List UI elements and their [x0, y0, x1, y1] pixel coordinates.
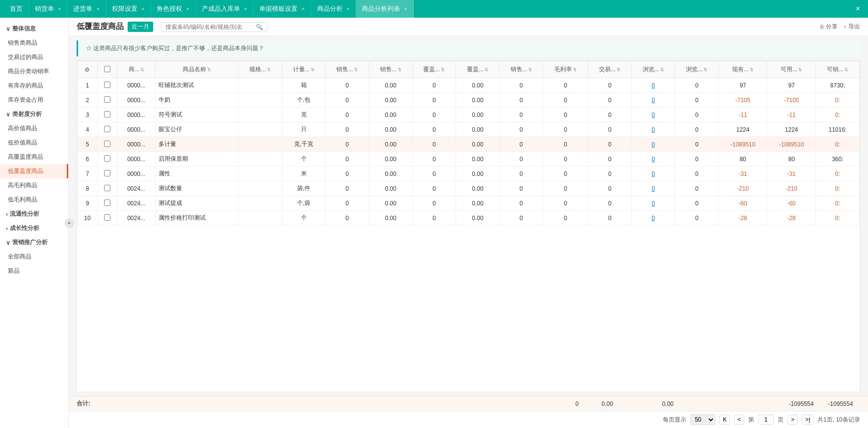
row-checkbox[interactable] — [97, 196, 117, 211]
nav-tab-permissions[interactable]: 权限设置 × — [106, 0, 151, 18]
col-trade[interactable]: 交易...⇅ — [588, 61, 632, 78]
close-icon[interactable]: × — [301, 6, 304, 12]
row-checkbox[interactable] — [97, 211, 117, 226]
nav-tab-roles[interactable]: 角色授权 × — [151, 0, 195, 18]
row-browse1[interactable]: 0 — [631, 122, 675, 137]
nav-tab-sales[interactable]: 销货单 × — [29, 0, 67, 18]
page-number-input[interactable] — [758, 415, 774, 425]
row-browse1[interactable]: 0 — [631, 211, 675, 226]
col-browse1[interactable]: 浏览...⇅ — [631, 61, 675, 78]
close-icon[interactable]: × — [404, 6, 407, 12]
row-checkbox[interactable] — [97, 137, 117, 152]
window-close-button[interactable]: × — [852, 4, 864, 13]
col-unit[interactable]: 计量...⇅ — [282, 61, 326, 78]
row-checkbox[interactable] — [97, 122, 117, 137]
row-browse1[interactable]: 0 — [631, 78, 675, 93]
row-select-checkbox[interactable] — [104, 155, 110, 162]
row-browse1[interactable]: 0 — [631, 108, 675, 122]
sidebar-item-inventory-capital[interactable]: 库存资金占用 — [0, 93, 68, 107]
col-browse2[interactable]: 浏览...⇅ — [675, 61, 719, 78]
close-icon[interactable]: × — [347, 6, 350, 12]
search-input[interactable] — [165, 24, 254, 30]
nav-tab-purchase[interactable]: 进货单 × — [67, 0, 106, 18]
sidebar-item-new-goods[interactable]: 新品 — [0, 264, 68, 278]
col-spec[interactable]: 规格...⇅ — [239, 61, 282, 78]
row-select-checkbox[interactable] — [104, 96, 110, 103]
row-checkbox[interactable] — [97, 108, 117, 122]
date-filter-button[interactable]: 近一月 — [128, 22, 153, 32]
search-icon[interactable]: 🔍 — [256, 24, 263, 30]
close-icon[interactable]: × — [186, 6, 189, 12]
row-select-checkbox[interactable] — [104, 214, 110, 221]
row-checkbox[interactable] — [97, 181, 117, 196]
row-browse1[interactable]: 0 — [631, 167, 675, 181]
col-cover2[interactable]: 覆盖...⇅ — [456, 61, 500, 78]
next-page-button[interactable]: > — [787, 415, 798, 425]
close-icon[interactable]: × — [96, 6, 99, 12]
col-stock1[interactable]: 现有...⇅ — [719, 61, 767, 78]
row-browse1[interactable]: 0 — [631, 93, 675, 108]
col-gross[interactable]: 毛利率⇅ — [543, 61, 588, 78]
sidebar-item-low-margin[interactable]: 低毛利商品 — [0, 193, 68, 207]
row-select-checkbox[interactable] — [104, 126, 110, 132]
row-select-checkbox[interactable] — [104, 82, 110, 88]
sidebar-item-high-value[interactable]: 高价值商品 — [0, 121, 68, 136]
sidebar-section-growth[interactable]: › 成长性分析 — [0, 221, 68, 235]
col-name[interactable]: 商品名称⇅ — [155, 61, 238, 78]
export-button[interactable]: ↑ 导出 — [843, 23, 860, 31]
col-can-sell[interactable]: 可销...⇅ — [816, 61, 860, 78]
row-select-checkbox[interactable] — [104, 111, 110, 117]
close-icon[interactable]: × — [58, 6, 61, 12]
sidebar-item-all-goods[interactable]: 全部商品 — [0, 250, 68, 264]
sidebar-item-high-coverage[interactable]: 高覆盖度商品 — [0, 150, 68, 164]
sidebar-item-category-rate[interactable]: 商品分类动销率 — [0, 64, 68, 79]
nav-tab-template[interactable]: 单据模板设置 × — [253, 0, 311, 18]
row-checkbox[interactable] — [97, 78, 117, 93]
sidebar-item-high-margin[interactable]: 高毛利商品 — [0, 178, 68, 193]
col-sales-count[interactable]: 销售...⇅ — [326, 61, 369, 78]
row-select-checkbox[interactable] — [104, 200, 110, 206]
sidebar-item-low-coverage[interactable]: 低覆盖度商品 — [0, 164, 68, 178]
sidebar-item-sales-goods[interactable]: 销售类商品 — [0, 36, 68, 50]
first-page-button[interactable]: K — [719, 415, 730, 425]
prev-page-button[interactable]: < — [734, 415, 744, 425]
row-checkbox[interactable] — [97, 167, 117, 181]
row-select-checkbox[interactable] — [104, 185, 110, 191]
row-select-checkbox[interactable] — [104, 170, 110, 176]
col-stock2[interactable]: 可用...⇅ — [767, 61, 816, 78]
row-browse1[interactable]: 0 — [631, 152, 675, 167]
row-browse1[interactable]: 0 — [631, 137, 675, 152]
row-browse1[interactable]: 0 — [631, 181, 675, 196]
nav-tab-product-inbound[interactable]: 产成品入库单 × — [196, 0, 253, 18]
col-sales-amount[interactable]: 销售...⇅ — [369, 61, 412, 78]
share-button[interactable]: ⎘ 分享 — [820, 23, 838, 31]
col-settings[interactable]: ⚙ — [78, 61, 98, 78]
col-cover1[interactable]: 覆盖...⇅ — [412, 61, 456, 78]
sidebar-item-low-value[interactable]: 低价值商品 — [0, 136, 68, 150]
sidebar-item-stocked-goods[interactable]: 有库存的商品 — [0, 79, 68, 93]
row-checkbox[interactable] — [97, 93, 117, 108]
col-checkbox[interactable] — [97, 61, 117, 78]
page-size-select[interactable]: 50 20 100 — [690, 414, 715, 425]
row-checkbox[interactable] — [97, 152, 117, 167]
row-select-checkbox[interactable] — [104, 141, 110, 147]
col-code[interactable]: 商...⇅ — [117, 61, 155, 78]
sidebar-collapse-button[interactable]: « — [65, 219, 74, 228]
close-icon[interactable]: × — [141, 6, 144, 12]
row-browse1[interactable]: 0 — [631, 196, 675, 211]
col-sales3[interactable]: 销售...⇅ — [499, 61, 543, 78]
sidebar-item-traded-goods[interactable]: 交易过的商品 — [0, 50, 68, 64]
select-all-checkbox[interactable] — [104, 66, 110, 72]
row-can-sell: 0: — [816, 167, 860, 181]
close-icon[interactable]: × — [244, 6, 247, 12]
sidebar-section-coverage[interactable]: ∨ 类射度分析 — [0, 107, 68, 121]
row-cover2: 0.00 — [456, 93, 500, 108]
nav-tab-home[interactable]: 首页 — [4, 0, 29, 18]
last-page-button[interactable]: >| — [802, 415, 814, 425]
row-cover1: 0 — [412, 181, 456, 196]
sidebar-section-marketing[interactable]: ∨ 营销推广分析 — [0, 235, 68, 250]
sidebar-section-overall[interactable]: ∨ 整体信息 — [0, 22, 68, 36]
nav-tab-analysis-list[interactable]: 商品分析列表 × — [356, 0, 413, 18]
sidebar-section-liquidity[interactable]: › 流通性分析 — [0, 207, 68, 221]
nav-tab-analysis[interactable]: 商品分析 × — [311, 0, 356, 18]
